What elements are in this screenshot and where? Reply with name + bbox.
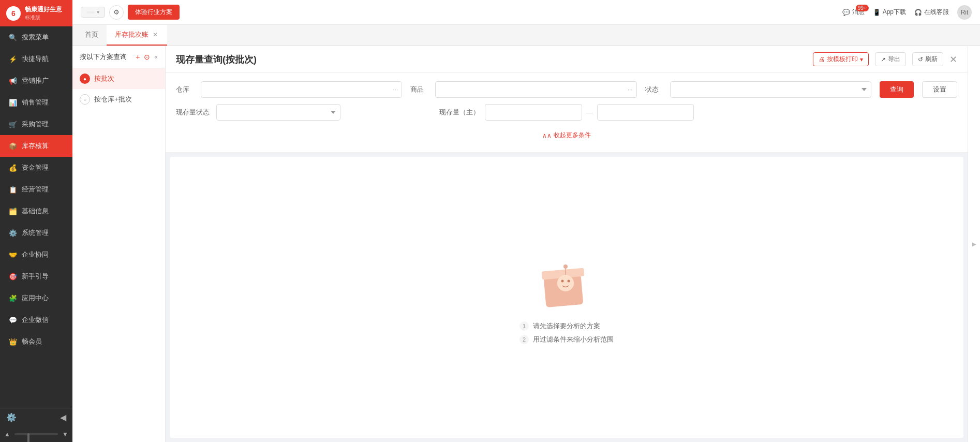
sales-icon: 📊 bbox=[8, 98, 18, 107]
refresh-icon: ↺ bbox=[918, 56, 923, 63]
refresh-btn[interactable]: ↺ 刷新 bbox=[912, 52, 943, 66]
warehouse-more-icon[interactable]: ··· bbox=[393, 86, 398, 93]
filter-add-icon[interactable]: + bbox=[136, 53, 140, 61]
status-select[interactable] bbox=[670, 81, 871, 98]
print-btn[interactable]: 🖨 按模板打印 ▾ bbox=[813, 52, 869, 66]
sidebar-collapse-icon[interactable]: ◀ bbox=[60, 412, 66, 422]
query-row-2: 现存量状态 现存量（主） — bbox=[176, 104, 957, 121]
sidebar-item-label: 畅会员 bbox=[22, 337, 42, 346]
status-field: 状态 bbox=[645, 81, 871, 98]
sidebar-item-sales[interactable]: 📊 销售管理 bbox=[0, 92, 72, 113]
hint-num-1: 1 bbox=[519, 321, 529, 331]
sidebar-scroll-up[interactable]: ▲ bbox=[2, 429, 12, 440]
filter-item-by-batch[interactable]: ● 按批次 bbox=[72, 68, 165, 89]
online-service-btn[interactable]: 🎧 在线客服 bbox=[914, 8, 949, 17]
page-header: 现存量查询(按批次) 🖨 按模板打印 ▾ ↗ 导出 ↺ 刷新 bbox=[166, 46, 968, 73]
breadcrumb-text bbox=[86, 11, 95, 13]
product-more-icon[interactable]: ··· bbox=[628, 86, 633, 93]
sidebar-scroll-down[interactable]: ▼ bbox=[60, 429, 70, 440]
stock-status-field: 现存量状态 bbox=[176, 104, 431, 121]
empty-state: 1 请先选择要分析的方案 2 用过滤条件来缩小分析范围 bbox=[170, 157, 963, 438]
sidebar-item-label: 应用中心 bbox=[22, 293, 49, 303]
sidebar-item-finance[interactable]: 💰 资金管理 bbox=[0, 157, 72, 179]
sidebar: 6 畅康通好生意 标准版 🔍 搜索菜单 ⚡ 快捷导航 📢 营销推广 📊 销售管理… bbox=[0, 0, 72, 442]
filter-settings-icon[interactable]: ⊙ bbox=[144, 53, 150, 61]
tab-inventory-batch[interactable]: 库存批次账 ✕ bbox=[107, 25, 167, 46]
printer-icon: 🖨 bbox=[819, 56, 825, 63]
close-panel-btn[interactable]: ✕ bbox=[949, 54, 957, 65]
sidebar-item-search[interactable]: 🔍 搜索菜单 bbox=[0, 26, 72, 48]
sidebar-item-member[interactable]: 👑 畅会员 bbox=[0, 331, 72, 352]
operation-icon: 📋 bbox=[8, 185, 18, 194]
warehouse-field: 仓库 ··· bbox=[176, 81, 402, 98]
sidebar-item-label: 经营管理 bbox=[22, 185, 49, 194]
filter-item-by-warehouse-batch[interactable]: ○ 按仓库+批次 bbox=[72, 89, 165, 110]
sidebar-item-label: 系统管理 bbox=[22, 228, 49, 238]
filter-dot-inactive: ○ bbox=[80, 94, 90, 105]
message-icon: 💬 bbox=[842, 9, 850, 16]
gear-icon: ⚙ bbox=[113, 8, 120, 16]
sidebar-item-apps[interactable]: 🧩 应用中心 bbox=[0, 287, 72, 309]
filter-dot-active: ● bbox=[80, 73, 90, 84]
breadcrumb: ▾ bbox=[81, 7, 105, 18]
sidebar-item-quicknav[interactable]: ⚡ 快捷导航 bbox=[0, 48, 72, 70]
messages-btn[interactable]: 💬 消息 99+ bbox=[842, 8, 865, 17]
stock-status-select[interactable] bbox=[216, 104, 340, 121]
query-settings-btn[interactable]: 设置 bbox=[922, 81, 957, 98]
right-panel: ▶ bbox=[968, 46, 980, 442]
breadcrumb-dropdown-icon[interactable]: ▾ bbox=[97, 9, 99, 15]
sidebar-item-inventory[interactable]: 📦 库存核算 bbox=[0, 135, 72, 157]
sidebar-company: 畅康通好生意 bbox=[25, 5, 62, 14]
sidebar-item-operation[interactable]: 📋 经营管理 bbox=[0, 179, 72, 200]
sidebar-item-enterprise[interactable]: 🤝 企业协同 bbox=[0, 244, 72, 266]
filter-collapse-icon[interactable]: « bbox=[154, 53, 158, 61]
filter-item-label: 按批次 bbox=[94, 74, 114, 83]
sidebar-item-marketing[interactable]: 📢 营销推广 bbox=[0, 70, 72, 92]
filter-panel: 按以下方案查询 + ⊙ « ● 按批次 ○ 按仓库+批次 bbox=[72, 46, 166, 442]
warehouse-label: 仓库 bbox=[176, 85, 197, 94]
tab-home[interactable]: 首页 bbox=[77, 25, 107, 46]
sidebar-item-label: 采购管理 bbox=[22, 120, 49, 129]
sidebar-item-system[interactable]: ⚙️ 系统管理 bbox=[0, 222, 72, 244]
empty-hint-2: 2 用过滤条件来缩小分析范围 bbox=[519, 335, 614, 344]
svg-point-4 bbox=[568, 279, 570, 282]
sidebar-item-newbie[interactable]: 🎯 新手引导 bbox=[0, 266, 72, 287]
stock-qty-max-input[interactable] bbox=[597, 104, 694, 121]
phone-icon: 📱 bbox=[873, 9, 881, 16]
filter-header-icons: + ⊙ « bbox=[136, 53, 158, 61]
empty-hint-text-1: 请先选择要分析的方案 bbox=[533, 321, 600, 331]
sidebar-item-wechat[interactable]: 💬 企业微信 bbox=[0, 309, 72, 331]
sidebar-settings-icon[interactable]: ⚙️ bbox=[6, 412, 17, 422]
tab-close-icon[interactable]: ✕ bbox=[152, 31, 159, 38]
sidebar-item-label: 营销推广 bbox=[22, 76, 49, 85]
empty-illustration bbox=[536, 251, 598, 313]
export-btn[interactable]: ↗ 导出 bbox=[875, 52, 906, 66]
sidebar-item-label: 销售管理 bbox=[22, 98, 49, 107]
print-dropdown-icon[interactable]: ▾ bbox=[860, 56, 863, 63]
service-icon: 🎧 bbox=[914, 9, 922, 16]
app-download-btn[interactable]: 📱 App下载 bbox=[873, 8, 906, 17]
warehouse-input[interactable] bbox=[201, 81, 402, 98]
empty-hint-text-2: 用过滤条件来缩小分析范围 bbox=[533, 335, 614, 344]
warehouse-input-wrapper: ··· bbox=[201, 81, 402, 98]
sidebar-logo: 6 bbox=[6, 6, 21, 21]
page-title: 现存量查询(按批次) bbox=[176, 53, 257, 66]
collapse-more-btn[interactable]: ∧∧ 收起更多条件 bbox=[176, 127, 957, 144]
product-input[interactable] bbox=[435, 81, 636, 98]
user-name: Rit bbox=[961, 9, 969, 16]
tab-bar: 首页 库存批次账 ✕ bbox=[72, 25, 980, 46]
query-btn[interactable]: 查询 bbox=[880, 81, 914, 98]
sidebar-item-label: 快捷导航 bbox=[22, 54, 49, 64]
sidebar-item-purchase[interactable]: 🛒 采购管理 bbox=[0, 113, 72, 135]
topbar-right: 💬 消息 99+ 📱 App下载 🎧 在线客服 Rit bbox=[842, 5, 972, 20]
user-profile-btn[interactable]: Rit bbox=[957, 5, 972, 20]
status-label: 状态 bbox=[645, 85, 666, 94]
product-input-wrapper: ··· bbox=[435, 81, 636, 98]
sidebar-item-label: 企业协同 bbox=[22, 250, 49, 259]
trial-industry-btn[interactable]: 体验行业方案 bbox=[128, 5, 180, 20]
topbar-settings-btn[interactable]: ⚙ bbox=[109, 5, 124, 20]
sidebar-item-basic[interactable]: 🗂️ 基础信息 bbox=[0, 200, 72, 222]
sidebar-item-label: 库存核算 bbox=[22, 141, 49, 151]
right-panel-handle[interactable]: ▶ bbox=[971, 241, 977, 247]
stock-qty-min-input[interactable] bbox=[485, 104, 582, 121]
